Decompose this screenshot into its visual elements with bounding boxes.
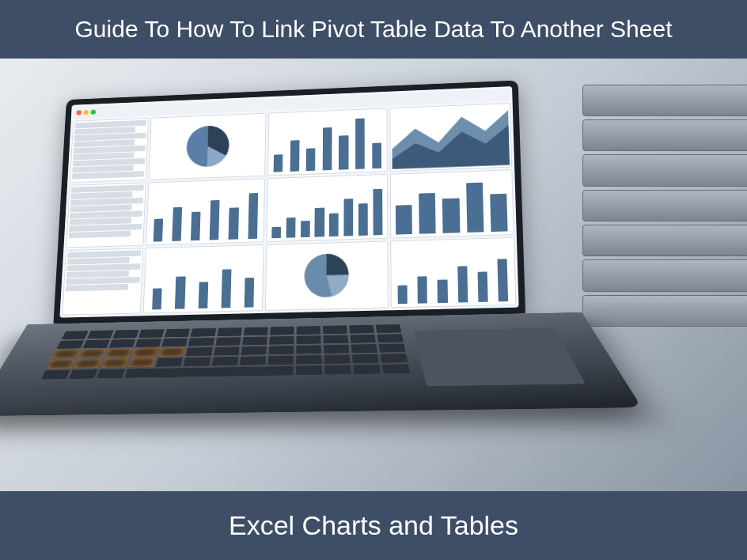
laptop-screen (53, 81, 525, 324)
bar-chart-icon (267, 108, 387, 176)
laptop-trackpad (413, 327, 586, 386)
bar-chart-icon (143, 245, 264, 314)
row-labels-col (62, 248, 143, 316)
maximize-icon (90, 110, 96, 115)
pie-chart-icon (265, 241, 388, 311)
page-title: Guide To How To Link Pivot Table Data To… (75, 16, 673, 42)
minimize-icon (83, 110, 89, 115)
laptop-base (0, 312, 642, 417)
bar-chart-icon (267, 174, 388, 243)
laptop-illustration (17, 65, 723, 490)
row-labels-col (70, 118, 150, 183)
column-chart-icon (389, 169, 514, 239)
title-band: Guide To How To Link Pivot Table Data To… (0, 0, 747, 59)
area-chart-icon (389, 104, 512, 172)
laptop-keyboard (41, 324, 411, 380)
caption-text: Excel Charts and Tables (229, 510, 518, 540)
pie-chart-icon (149, 113, 267, 180)
hero-image (0, 59, 747, 491)
bar-chart-icon (390, 237, 516, 308)
row-labels-col (66, 183, 146, 248)
close-icon (76, 111, 82, 115)
bar-chart-icon (146, 178, 265, 246)
caption-band: Excel Charts and Tables (0, 491, 747, 560)
